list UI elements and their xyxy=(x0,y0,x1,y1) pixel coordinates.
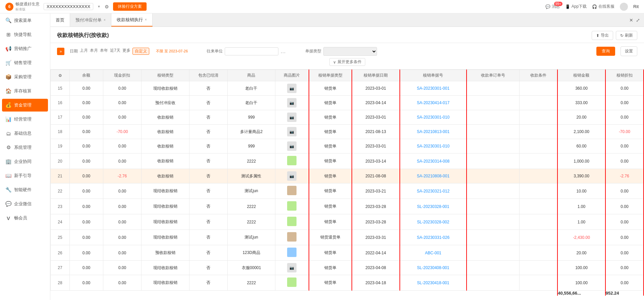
cell-goods: 123D商品 xyxy=(227,245,275,261)
sidebar-item-wechat[interactable]: 💬 企业微信 xyxy=(0,197,50,211)
sidebar-item-purchase[interactable]: 📦 采购管理 xyxy=(0,70,50,84)
bill-no-link[interactable]: SL-20230328-002 xyxy=(417,220,449,224)
cell-row-no: 23 xyxy=(51,199,70,214)
tab-prepaid-close[interactable]: × xyxy=(104,18,106,22)
last-7-days-btn[interactable]: 近7天 xyxy=(110,48,120,55)
cell-receipt-condition xyxy=(519,169,557,183)
data-table: ⚙ 余额 现金折扣 核销类型 包含已结清 商品 商品图片 核销单据类型 核销单据… xyxy=(50,70,644,296)
tab-home[interactable]: 首页 xyxy=(50,13,70,27)
bill-no-link[interactable]: ABC-001 xyxy=(425,251,441,255)
cell-bill-no[interactable]: SA-20210808-001 xyxy=(400,169,467,183)
cell-bill-no[interactable]: SL-20230408-001 xyxy=(400,261,467,275)
sidebar-item-hardware[interactable]: 🔧 智能硬件 xyxy=(0,183,50,197)
cell-bill-no[interactable]: SA-20230301-001 xyxy=(400,81,467,96)
cell-bill-no[interactable]: ABC-001 xyxy=(400,245,467,261)
top-bar: 6 畅捷通好生意 标准版 XXXXXXXXXXXXXXX ▼ ⚙ 休验行业方案 … xyxy=(0,0,644,13)
sidebar-item-basic-info[interactable]: 🗂 基础信息 xyxy=(0,126,50,140)
date-filter: 日期 上月 本月 本年 近7天 更多 自定义 xyxy=(70,48,149,55)
sidebar-item-system[interactable]: ⚙ 系统管理 xyxy=(0,140,50,155)
cell-bill-no[interactable]: SA-20230301-010 xyxy=(400,139,467,154)
bill-no-link[interactable]: SA-20230331-026 xyxy=(417,235,449,240)
col-header-gear[interactable]: ⚙ xyxy=(51,70,70,81)
refresh-button[interactable]: ↻ 刷新 xyxy=(616,31,637,40)
bill-no-link[interactable]: SA-20230301-010 xyxy=(417,144,449,148)
cell-receipt-condition xyxy=(519,261,557,275)
sidebar-label-basic: 基础信息 xyxy=(14,130,32,136)
sidebar-item-search-menu[interactable]: 🔍 搜索菜单 xyxy=(0,13,50,28)
cell-verify-type: 现结收款核销 xyxy=(141,183,189,199)
counterpart-input[interactable] xyxy=(225,47,278,55)
bill-no-link[interactable]: SA-20230301-001 xyxy=(417,86,449,91)
cell-bill-no[interactable]: SA-20230301-010 xyxy=(400,110,467,125)
expand-conditions-button[interactable]: ∨ 展开更多条件 xyxy=(329,58,365,66)
bill-no-link[interactable]: SA-20230321-012 xyxy=(417,189,449,194)
bill-no-link[interactable]: SA-20210808-001 xyxy=(417,174,449,178)
sidebar-label-inventory: 库存核算 xyxy=(14,88,32,94)
counterpart-more-icon[interactable]: … xyxy=(280,48,286,54)
industry-solution-button[interactable]: 休验行业方案 xyxy=(113,2,147,11)
cell-bill-no[interactable]: SA-20230331-026 xyxy=(400,230,467,245)
sidebar-item-capital[interactable]: 💰 资金管理 xyxy=(2,99,48,112)
bill-type-select[interactable] xyxy=(323,47,377,56)
sidebar-item-quick-nav[interactable]: ⊞ 快捷导航 xyxy=(0,28,50,42)
tab-prepaid[interactable]: 预付冲应付单 × xyxy=(70,13,111,27)
cell-goods-img: 📷 xyxy=(275,110,309,125)
query-button[interactable]: 查询 xyxy=(596,47,615,56)
tab-close-all-icon[interactable]: ✕ xyxy=(629,17,633,23)
cell-cash-discount: 0.00 xyxy=(103,230,141,245)
message-button[interactable]: 💬 消息 99+ xyxy=(545,4,560,9)
avatar[interactable] xyxy=(620,3,628,11)
brand-name: 畅捷通好生意 xyxy=(15,1,40,7)
total-label xyxy=(51,291,558,296)
sidebar-item-beginner[interactable]: 📖 新手引导 xyxy=(0,169,50,183)
sidebar-item-inventory[interactable]: 🏠 库存核算 xyxy=(0,84,50,98)
cell-goods: 2222 xyxy=(227,154,275,169)
setting-button[interactable]: 设置 xyxy=(621,46,637,56)
sidebar-item-enterprise-collab[interactable]: 🏢 企业协同 xyxy=(0,155,50,169)
sidebar-item-sales[interactable]: 🛒 销售管理 xyxy=(0,56,50,70)
online-service-button[interactable]: 🎧 在线客服 xyxy=(592,4,614,9)
cell-bill-no[interactable]: SL-20230328-002 xyxy=(400,214,467,230)
bill-no-link[interactable]: SL-20230408-001 xyxy=(417,265,449,270)
cell-bill-no[interactable]: SA-20230314-008 xyxy=(400,154,467,169)
cell-bill-no[interactable]: SL-20230328-001 xyxy=(400,199,467,214)
sidebar-item-marketing[interactable]: 📢 营销推广 xyxy=(0,42,50,56)
this-month-btn[interactable]: 本月 xyxy=(90,48,98,55)
table-footer: 40,556,66... 952.24 xyxy=(51,291,644,296)
cell-bill-no[interactable]: SL-20230418-001 xyxy=(400,275,467,291)
custom-date-btn[interactable]: 自定义 xyxy=(132,48,149,55)
gear-icon[interactable]: ⚙ xyxy=(105,4,109,9)
company-selector[interactable]: XXXXXXXXXXXXXXX xyxy=(44,3,93,10)
export-button[interactable]: ⬆ 导出 xyxy=(592,31,613,40)
col-header-verify-amount: 核销金额 xyxy=(557,70,605,81)
sidebar-item-business[interactable]: 📊 经营管理 xyxy=(0,112,50,126)
bill-no-link[interactable]: SL-20230328-001 xyxy=(417,204,449,209)
cell-bill-no[interactable]: SA-20230321-012 xyxy=(400,183,467,199)
more-dates-btn[interactable]: 更多 xyxy=(122,48,130,55)
username-label: Rit xyxy=(633,4,639,9)
cell-row-no: 24 xyxy=(51,214,70,230)
cell-settled: 否 xyxy=(189,183,227,199)
bill-no-link[interactable]: SA-20230414-017 xyxy=(417,100,449,105)
filter-expand-arrow[interactable]: » xyxy=(57,48,64,55)
tab-receipt-close[interactable]: × xyxy=(145,18,147,22)
cell-verify-discount: 0.00 xyxy=(605,214,644,230)
cell-bill-date: 2022-04-14 xyxy=(352,245,400,261)
cell-verify-discount: 0.00 xyxy=(605,183,644,199)
sidebar-label-search: 搜索菜单 xyxy=(14,17,32,24)
cell-receipt-condition xyxy=(519,214,557,230)
tab-receipt-verify[interactable]: 收款核销执行 × xyxy=(111,13,153,27)
bill-no-link[interactable]: SA-20230301-010 xyxy=(417,115,449,120)
app-download-button[interactable]: 📱 App下载 xyxy=(565,4,587,9)
company-dropdown-arrow[interactable]: ▼ xyxy=(97,5,101,8)
cell-bill-no[interactable]: SA-20230414-017 xyxy=(400,96,467,110)
sidebar-item-member[interactable]: V 畅会员 xyxy=(0,211,50,225)
bill-no-link[interactable]: SL-20230418-001 xyxy=(417,281,449,285)
tab-expand-icon[interactable]: ⤢ xyxy=(636,17,640,23)
this-year-btn[interactable]: 本年 xyxy=(100,48,108,55)
bill-no-link[interactable]: SA-20230314-008 xyxy=(417,159,449,164)
bill-no-link[interactable]: SA-20210813-001 xyxy=(417,129,449,134)
export-icon: ⬆ xyxy=(596,33,599,38)
cell-bill-no[interactable]: SA-20210813-001 xyxy=(400,125,467,139)
last-month-btn[interactable]: 上月 xyxy=(80,48,88,55)
